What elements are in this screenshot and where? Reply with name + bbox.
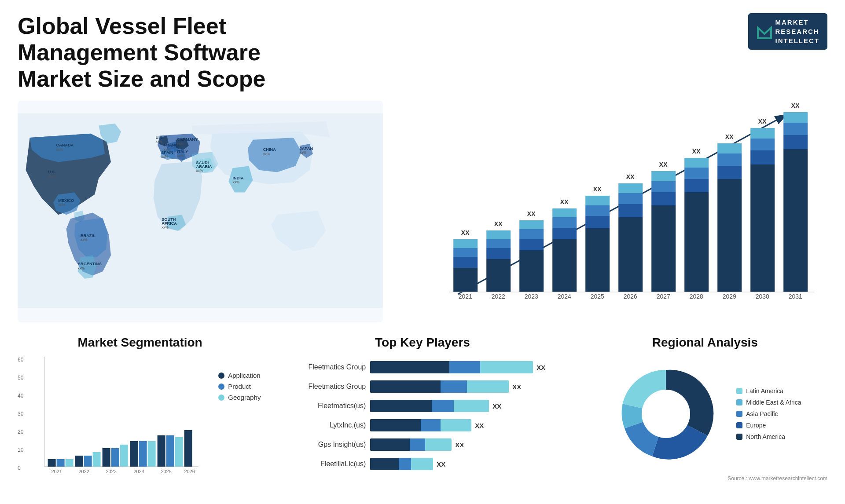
player-bar-wrap-4: XX bbox=[370, 419, 561, 431]
bar-2028-seg2 bbox=[684, 179, 709, 192]
bar-2027-seg4 bbox=[651, 171, 676, 181]
bar-2026-seg4 bbox=[618, 183, 643, 193]
segment-section: Market Segmentation 0 10 20 30 40 50 60 bbox=[18, 336, 262, 503]
bar-2027-seg2 bbox=[651, 192, 676, 205]
player-bar-wrap-6: XX bbox=[370, 458, 561, 470]
player-row-5: Gps Insight(us) XX bbox=[284, 438, 561, 451]
segment-legend: Application Product Geography bbox=[205, 363, 262, 401]
bar-2030-year: 2030 bbox=[755, 293, 769, 300]
player-xx-5: XX bbox=[455, 441, 464, 449]
donut-chart-svg bbox=[609, 357, 723, 471]
seg-2025-geo bbox=[175, 437, 183, 467]
legend-geography: Geography bbox=[218, 394, 262, 401]
bar-2031-year: 2031 bbox=[788, 293, 802, 300]
world-map-svg: CANADA xx% U.S. xx% MEXICO xx% BRAZIL xx… bbox=[18, 101, 383, 321]
player-name-6: FleetillaLlc(us) bbox=[284, 460, 366, 468]
map-value-germany: xx% bbox=[177, 142, 184, 146]
bar-2029-year: 2029 bbox=[722, 293, 736, 300]
bar-2031-seg4 bbox=[783, 112, 808, 123]
seg-2024-prod bbox=[139, 441, 147, 467]
player-bar-wrap-3: XX bbox=[370, 400, 561, 412]
map-value-southafrica: xx% bbox=[162, 226, 169, 230]
page-title: Global Vessel Fleet Management Software … bbox=[18, 13, 326, 92]
map-value-china: xx% bbox=[263, 152, 270, 156]
map-label-china: CHINA bbox=[263, 147, 276, 152]
bar-seg-3-3 bbox=[454, 400, 489, 412]
bar-2022-seg2 bbox=[486, 248, 511, 259]
seg-2022-prod bbox=[84, 456, 92, 467]
bar-2030-label: XX bbox=[758, 118, 766, 125]
map-value-saudi: xx% bbox=[196, 169, 203, 173]
page: Global Vessel Fleet Management Software … bbox=[0, 0, 845, 504]
player-bar-4 bbox=[370, 419, 471, 431]
seg-2026-app bbox=[184, 430, 192, 467]
y-label-50: 50 bbox=[18, 375, 23, 381]
map-value-uk: xx% bbox=[155, 139, 162, 144]
bar-seg-5-3 bbox=[425, 438, 452, 451]
donut-legend-mea: Middle East & Africa bbox=[736, 399, 801, 406]
bar-seg-4-1 bbox=[370, 419, 421, 431]
player-row-2: Fleetmatics Group XX bbox=[284, 380, 561, 393]
bar-2026-label: XX bbox=[626, 173, 634, 180]
player-bar-wrap-5: XX bbox=[370, 438, 561, 451]
y-label-30: 30 bbox=[18, 411, 23, 417]
map-value-brazil: xx% bbox=[81, 238, 88, 242]
logo-icon bbox=[756, 23, 773, 40]
bar-seg-3-1 bbox=[370, 400, 432, 412]
legend-geography-dot bbox=[218, 394, 224, 401]
bar-2029-seg2 bbox=[717, 166, 742, 179]
seg-xlabel-2021: 2021 bbox=[51, 469, 62, 474]
player-xx-2: XX bbox=[512, 383, 521, 391]
donut-dot-latin bbox=[736, 388, 742, 394]
segment-chart-svg: 2021 2022 2023 2024 2025 2026 bbox=[37, 357, 201, 475]
bar-seg-5-2 bbox=[410, 438, 425, 451]
donut-legend-asia: Asia Pacific bbox=[736, 410, 801, 417]
bar-2024-seg4 bbox=[552, 208, 577, 217]
player-bars-list: Fleetmatics Group XX Fleetmatics Group bbox=[276, 357, 569, 475]
bar-2023-seg2 bbox=[519, 239, 544, 250]
bar-2021-label: XX bbox=[461, 229, 469, 236]
donut-dot-asia bbox=[736, 411, 742, 417]
legend-application: Application bbox=[218, 372, 262, 379]
donut-dot-mea bbox=[736, 399, 742, 405]
bar-2025-seg1 bbox=[585, 228, 610, 292]
donut-label-mea: Middle East & Africa bbox=[746, 399, 801, 406]
seg-xlabel-2023: 2023 bbox=[106, 469, 116, 474]
bar-2030-seg2 bbox=[750, 150, 775, 164]
donut-area: Latin America Middle East & Africa Asia … bbox=[583, 357, 827, 471]
logo-box: MARKET RESEARCH INTELLECT bbox=[748, 13, 828, 50]
bar-chart-section: XX 2021 XX 2022 XX 2023 bbox=[396, 101, 827, 322]
bar-2031-seg2 bbox=[783, 135, 808, 149]
bar-seg-3-2 bbox=[432, 400, 454, 412]
player-xx-6: XX bbox=[437, 460, 445, 468]
bar-2027-seg3 bbox=[651, 181, 676, 192]
map-section: CANADA xx% U.S. xx% MEXICO xx% BRAZIL xx… bbox=[18, 101, 383, 322]
bar-2021-seg3 bbox=[453, 248, 478, 257]
bar-seg-4-3 bbox=[441, 419, 471, 431]
legend-application-label: Application bbox=[228, 372, 260, 379]
bar-2026-seg2 bbox=[618, 204, 643, 217]
bar-seg-5-1 bbox=[370, 438, 410, 451]
y-label-60: 60 bbox=[18, 357, 23, 363]
bar-2024-label: XX bbox=[560, 198, 568, 205]
seg-xlabel-2022: 2022 bbox=[78, 469, 89, 474]
donut-legend-north-america: North America bbox=[736, 433, 801, 440]
seg-2025-app bbox=[158, 435, 165, 467]
player-name-1: Fleetmatics Group bbox=[284, 363, 366, 371]
logo-area: MARKET RESEARCH INTELLECT bbox=[748, 13, 828, 50]
bar-2031-seg3 bbox=[783, 123, 808, 135]
segment-title: Market Segmentation bbox=[18, 336, 262, 350]
bar-2022-seg3 bbox=[486, 239, 511, 248]
player-bar-6 bbox=[370, 458, 433, 470]
seg-2023-app bbox=[103, 448, 110, 467]
player-xx-1: XX bbox=[536, 364, 545, 371]
bar-seg-1-2 bbox=[449, 361, 480, 373]
player-bar-3 bbox=[370, 400, 489, 412]
bar-2021-seg4 bbox=[453, 239, 478, 248]
legend-geography-label: Geography bbox=[228, 394, 261, 401]
donut-hole bbox=[642, 390, 690, 438]
bar-2028-seg1 bbox=[684, 192, 709, 292]
bar-2021-year: 2021 bbox=[458, 293, 472, 300]
player-bar-1 bbox=[370, 361, 533, 373]
legend-application-dot bbox=[218, 373, 224, 379]
